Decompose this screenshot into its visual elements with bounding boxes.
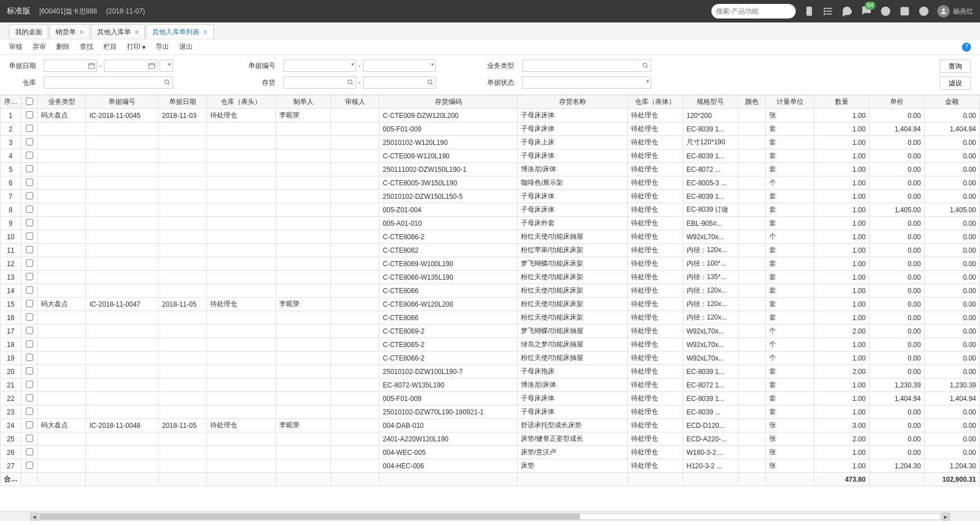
table-row[interactable]: 15码大盘点IC-2018-11-00472018-11-05待处理仓李昵荥C-… [1, 298, 980, 311]
data-grid[interactable]: 序号业务类型单据编号单据日期仓库（表头）制单人审核人存货编码存货名称仓库（表体）… [0, 95, 980, 511]
col-header[interactable]: 存货编码 [379, 95, 518, 109]
close-icon[interactable]: × [134, 25, 139, 39]
col-header[interactable]: 仓库（表体） [628, 95, 683, 109]
row-checkbox[interactable] [26, 462, 33, 469]
toolbar-打印[interactable]: 打印 ▾ [127, 42, 146, 52]
row-checkbox[interactable] [26, 327, 33, 334]
table-row[interactable]: 9005-A01-010子母床外套待处理仓EBL-905#...套1.000.0… [1, 217, 980, 230]
row-checkbox[interactable] [26, 192, 33, 199]
table-row[interactable]: 252401-A220W120L190床垫/健脊正姿型成长待处理仓ECD-A22… [1, 432, 980, 446]
table-row[interactable]: 4C-CTE009-W120L190子母床床体待处理仓EC-8039 1...套… [1, 149, 980, 163]
user-menu[interactable]: 杨燕红 [937, 5, 973, 17]
col-header[interactable]: 颜色 [738, 95, 766, 109]
row-checkbox[interactable] [26, 219, 33, 226]
scroll-right-arrow[interactable]: ► [942, 513, 950, 521]
warehouse-input[interactable] [44, 76, 173, 89]
table-row[interactable]: 12C-CTE8069-W100L190梦飞蝴蝶/功能床床架待处理仓内径：100… [1, 257, 980, 271]
toolbar-审核[interactable]: 审核 [9, 42, 22, 52]
table-row[interactable]: 18C-CTE8065-2绿岛之梦/功能床抽屉待处理仓W92xL70x...个1… [1, 338, 980, 351]
row-checkbox[interactable] [26, 152, 33, 159]
list-icon[interactable] [823, 6, 834, 17]
doc-date-preset[interactable] [160, 60, 173, 72]
table-row[interactable]: 325010102-W120L190子母床上床待处理仓尺寸120*190套1.0… [1, 136, 980, 149]
tab-销货单[interactable]: 销货单× [49, 24, 90, 39]
table-row[interactable]: 26004-WEC-005床垫/意沃卢待处理仓W180-3-2 ...张1.00… [1, 446, 980, 459]
select-all-checkbox[interactable] [26, 98, 33, 105]
tab-其他入库单[interactable]: 其他入库单× [91, 24, 145, 39]
col-header[interactable]: 规格型号 [683, 95, 738, 109]
horizontal-scrollbar[interactable]: ◄ ► [0, 511, 980, 521]
table-row[interactable]: 16C-CTE8066粉红天使/功能床床架待处理仓内径：120x...套1.00… [1, 311, 980, 325]
row-checkbox[interactable] [26, 394, 33, 401]
table-row[interactable]: 14C-CTE8066粉红天使/功能床床架待处理仓内径：120x...套1.00… [1, 284, 980, 298]
table-row[interactable]: 11C-CTE8062粉红苹果/功能床床架待处理仓内径：120x...套1.00… [1, 244, 980, 257]
row-checkbox[interactable] [26, 259, 33, 267]
table-row[interactable]: 2325010102-DZW70L190-180921-1子母床床体待处理仓EC… [1, 405, 980, 419]
row-checkbox[interactable] [26, 300, 33, 307]
col-header[interactable]: 仓库（表头） [207, 95, 276, 109]
row-checkbox[interactable] [26, 125, 33, 132]
table-row[interactable]: 2025010102-DZW100L190-7子母床拖床待处理仓EC-8039 … [1, 365, 980, 378]
table-row[interactable]: 1码大盘点IC-2018-11-00452018-11-03待处理仓李昵荥C-C… [1, 109, 980, 122]
tab-我的桌面[interactable]: 我的桌面 [9, 24, 48, 39]
table-row[interactable]: 6C-CTE8005-3W150L190咖啡色/展示架待处理仓EC-8005-3… [1, 176, 980, 190]
close-icon[interactable]: × [79, 25, 84, 39]
col-header[interactable]: 存货名称 [517, 95, 628, 109]
table-row[interactable]: 8005-Z01-004子母床床体待处理仓EC-8039 订做套1.001,40… [1, 203, 980, 217]
col-header[interactable]: 序号 [1, 95, 21, 109]
toolbar-栏目[interactable]: 栏目 [103, 42, 117, 52]
table-row[interactable]: 13C-CTE8066-W135L190粉红天使/功能床床架待处理仓内径：135… [1, 271, 980, 284]
row-checkbox[interactable] [26, 111, 33, 118]
doc-no-from[interactable] [283, 60, 356, 72]
doc-date-from[interactable] [44, 60, 97, 72]
col-header[interactable]: 审核人 [331, 95, 379, 109]
row-checkbox[interactable] [26, 340, 33, 348]
row-checkbox[interactable] [26, 313, 33, 321]
scroll-thumb[interactable] [40, 514, 580, 519]
doc-status-input[interactable] [522, 76, 651, 89]
col-header[interactable]: 金额 [924, 95, 979, 109]
message-icon-wrap[interactable]: 54 [861, 5, 872, 18]
col-header[interactable]: 单价 [869, 95, 924, 109]
col-header[interactable] [21, 95, 37, 109]
row-checkbox[interactable] [26, 367, 33, 375]
headset-icon[interactable] [880, 6, 891, 17]
doc-date-to[interactable] [104, 60, 157, 72]
col-header[interactable]: 制单人 [276, 95, 331, 109]
row-checkbox[interactable] [26, 381, 33, 388]
table-row[interactable]: 5250111002-DZW150L190-1博洛尼/床体待处理仓EC-8072… [1, 163, 980, 176]
help-tip-icon[interactable]: ? [962, 43, 971, 52]
row-checkbox[interactable] [26, 179, 33, 186]
row-checkbox[interactable] [26, 408, 33, 415]
toolbar-退出[interactable]: 退出 [179, 42, 193, 52]
search-input[interactable] [716, 7, 800, 15]
table-row[interactable]: 21EC-8072-W135L190博洛尼/床体待处理仓EC-8072 1...… [1, 378, 980, 392]
query-button[interactable]: 查询 [940, 60, 971, 73]
table-row[interactable]: 17C-CTE8069-2梦飞蝴蝶/功能床抽屉待处理仓W92xL70x...个2… [1, 325, 980, 338]
toolbar-弃审[interactable]: 弃审 [33, 42, 46, 52]
scroll-track[interactable] [39, 513, 941, 520]
col-header[interactable]: 数量 [814, 95, 869, 109]
toolbar-查找[interactable]: 查找 [80, 42, 93, 52]
table-row[interactable]: 10C-CTE8066-2粉红天使/功能床抽屉待处理仓W92xL70x...个1… [1, 230, 980, 244]
col-header[interactable]: 计量单位 [766, 95, 814, 109]
row-checkbox[interactable] [26, 421, 33, 428]
mobile-icon[interactable] [804, 6, 815, 17]
help-icon[interactable] [918, 6, 929, 17]
doc-no-to[interactable] [363, 60, 436, 72]
row-checkbox[interactable] [26, 286, 33, 294]
row-checkbox[interactable] [26, 273, 33, 280]
toolbar-删除[interactable]: 删除 [56, 42, 70, 52]
row-checkbox[interactable] [26, 246, 33, 253]
table-row[interactable]: 27004-HEC-006床垫待处理仓H120-3-2 ...张1.001,20… [1, 459, 980, 473]
row-checkbox[interactable] [26, 435, 33, 442]
book-icon[interactable] [899, 6, 910, 17]
table-row[interactable]: 22005-F01-009子母床床体待处理仓EC-8039 1...套1.001… [1, 392, 980, 405]
row-checkbox[interactable] [26, 138, 33, 145]
row-checkbox[interactable] [26, 206, 33, 213]
close-icon[interactable]: × [203, 25, 207, 39]
table-row[interactable]: 19C-CTE8066-2粉红天使/功能床抽屉待处理仓W92xL70x...个1… [1, 351, 980, 365]
comment-icon[interactable] [842, 6, 853, 17]
row-checkbox[interactable] [26, 165, 33, 172]
inventory-from[interactable] [283, 76, 356, 89]
